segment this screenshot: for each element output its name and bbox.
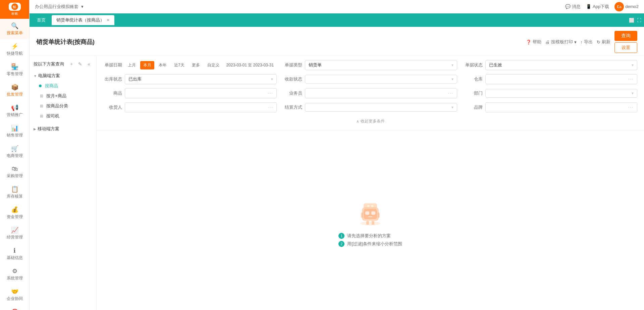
tab-minimize-icon[interactable]: ⬜ xyxy=(629,18,634,23)
staff-dots-icon[interactable]: ··· xyxy=(448,90,453,96)
tree-arrow-mobile: ▶ xyxy=(34,127,36,131)
collapse-filters-btn[interactable]: ∧ 收起更多条件 xyxy=(354,116,387,126)
sidebar-item-search[interactable]: 🔍 搜索菜单 xyxy=(0,19,29,39)
sidebar-item-purchase[interactable]: 🛍 采购管理 xyxy=(0,162,29,182)
tree-parent-mobile[interactable]: ▶ 移动端方案 xyxy=(30,124,96,134)
filter-goods-value[interactable]: ··· xyxy=(125,88,277,98)
sidebar-item-quicknav[interactable]: ⚡ 快捷导航 xyxy=(0,39,29,60)
filter-doc-status: 单据状态 已生效 ▾ xyxy=(464,60,637,70)
baseinfo-icon: ℹ xyxy=(13,247,16,254)
filter-doc-type-label: 单据类型 xyxy=(283,62,302,68)
user-area[interactable]: Ea demo2 xyxy=(614,2,639,11)
filter-warehouse-value[interactable]: ··· xyxy=(485,74,637,84)
svg-point-2 xyxy=(360,221,380,225)
hint-num-1: 1 xyxy=(338,233,344,239)
date-btn-custom[interactable]: 自定义 xyxy=(204,61,222,69)
left-panel-icons: ＋ ✎ « xyxy=(68,61,92,67)
svg-text:畅: 畅 xyxy=(13,5,16,9)
main-area: 办公用品行业模拟账套 ▾ 💬 消息 📱 App下载 Ea demo2 首页 xyxy=(30,0,644,310)
app-download-btn[interactable]: 📱 App下载 xyxy=(586,4,609,10)
date-btn-thisyear[interactable]: 本年 xyxy=(156,61,170,69)
tree-parent-pc[interactable]: ▼ 电脑端方案 xyxy=(30,71,96,81)
sidebar-item-wholesale[interactable]: 📦 批发管理 xyxy=(0,80,29,101)
svg-point-13 xyxy=(367,205,369,207)
sidebar-item-operation[interactable]: 📈 经营管理 xyxy=(0,223,29,244)
filter-out-status-label: 出库状态 xyxy=(103,76,122,82)
filter-staff-value[interactable]: ··· xyxy=(305,88,457,98)
tree-child-by-goods-cat[interactable]: ⊞ 按商品分类 xyxy=(30,101,96,111)
setting-button[interactable]: 设置 xyxy=(614,42,637,53)
tab-maximize-icon[interactable]: ⛶ xyxy=(637,18,641,23)
filter-brand-value[interactable]: ··· xyxy=(485,102,637,112)
title-actions: ❓ 帮助 🖨 按模板打印 ▾ ↑ 导出 ↻ 刷新 查询 xyxy=(526,31,638,53)
message-btn[interactable]: 💬 消息 xyxy=(565,4,581,10)
export-btn[interactable]: ↑ 导出 xyxy=(581,39,593,45)
filter-receiver-value[interactable]: ··· xyxy=(125,102,277,112)
hint-num-2: 2 xyxy=(338,241,344,247)
sidebar-item-retail[interactable]: 🏪 零售管理 xyxy=(0,60,29,80)
filter-collect-label: 收款状态 xyxy=(283,76,302,82)
filter-out-status-value[interactable]: 已出库 ▾ xyxy=(125,74,277,84)
refresh-btn[interactable]: ↻ 刷新 xyxy=(597,39,610,45)
tree-child-month-goods-label: 按月+商品 xyxy=(46,93,66,99)
filter-row-3: 商品 ··· 业务员 ··· xyxy=(103,88,637,98)
add-scheme-icon[interactable]: ＋ xyxy=(68,61,75,67)
brand-dots-icon[interactable]: ··· xyxy=(628,104,634,110)
sidebar-item-finance[interactable]: 💰 资金管理 xyxy=(0,203,29,223)
retail-icon: 🏪 xyxy=(11,63,18,70)
inventory-icon: 📋 xyxy=(11,186,18,193)
sidebar-item-marketing[interactable]: 📢 营销推广 xyxy=(0,101,29,121)
receiver-dots-icon[interactable]: ··· xyxy=(268,104,273,110)
sidebar-item-system[interactable]: ⚙ 系统管理 xyxy=(0,264,29,285)
filter-warehouse: 仓库 ··· xyxy=(464,74,637,84)
filter-settle-value[interactable]: ▾ xyxy=(305,103,457,112)
sidebar-item-sales-label: 销售管理 xyxy=(7,133,23,138)
sidebar-item-collab[interactable]: 🤝 企业协同 xyxy=(0,285,29,305)
tab-close-icon[interactable]: ✕ xyxy=(106,18,110,22)
goods-dots-icon[interactable]: ··· xyxy=(268,90,273,96)
sidebar-item-guide[interactable]: 🎯 新手引导 xyxy=(0,305,29,310)
warehouse-dots-icon[interactable]: ··· xyxy=(628,76,634,82)
sidebar-item-sales[interactable]: 📊 销售管理 xyxy=(0,121,29,142)
sidebar-item-system-label: 系统管理 xyxy=(7,275,23,281)
filter-dept-value[interactable]: ▾ xyxy=(485,89,637,98)
header-right: 💬 消息 📱 App下载 Ea demo2 xyxy=(565,2,639,11)
query-button[interactable]: 查询 xyxy=(614,31,637,41)
app-download-icon: 📱 xyxy=(586,4,591,9)
date-btn-more[interactable]: 更多 xyxy=(189,61,203,69)
sidebar-item-search-label: 搜索菜单 xyxy=(7,30,23,36)
logo-text: 标账 xyxy=(11,11,18,16)
sidebar-item-baseinfo[interactable]: ℹ 基础信息 xyxy=(0,244,29,264)
tree-parent-pc-label: 电脑端方案 xyxy=(38,73,60,79)
filter-doc-type-value[interactable]: 销货单 ▾ xyxy=(305,60,457,70)
tree-child-by-month-goods[interactable]: ⊞ 按月+商品 xyxy=(30,91,96,101)
filter-doc-type-text: 销货单 xyxy=(309,62,449,68)
help-btn[interactable]: ❓ 帮助 xyxy=(526,39,541,45)
tab-sales-stats-label: 销货单统计表（按商品） xyxy=(56,17,104,23)
svg-rect-12 xyxy=(364,203,377,209)
edit-scheme-icon[interactable]: ✎ xyxy=(77,61,84,67)
user-label: demo2 xyxy=(625,4,639,9)
tab-bar: 首页 销货单统计表（按商品） ✕ ⬜ ⛶ xyxy=(30,13,644,27)
filter-doc-status-value[interactable]: 已生效 ▾ xyxy=(485,60,637,70)
settle-caret-icon: ▾ xyxy=(451,105,453,110)
filter-collect-value[interactable]: ▾ xyxy=(305,75,457,84)
top-title-arrow: ▾ xyxy=(81,4,84,9)
date-btn-lastmonth[interactable]: 上月 xyxy=(125,61,139,69)
tree-child-by-goods[interactable]: 按商品 xyxy=(30,81,96,91)
sidebar-item-ecommerce[interactable]: 🛒 电商管理 xyxy=(0,142,29,162)
date-btn-thismonth[interactable]: 本月 xyxy=(140,61,154,69)
collapse-panel-icon[interactable]: « xyxy=(86,61,92,67)
filter-date-label: 单据日期 xyxy=(103,62,122,68)
tab-sales-stats[interactable]: 销货单统计表（按商品） ✕ xyxy=(52,15,114,25)
tree-child-by-driver[interactable]: ⊞ 按司机 xyxy=(30,111,96,121)
sidebar-item-purchase-label: 采购管理 xyxy=(7,173,23,179)
top-title-area[interactable]: 办公用品行业模拟账套 ▾ xyxy=(35,4,84,10)
sidebar-item-inventory[interactable]: 📋 库存核算 xyxy=(0,182,29,203)
template-print-btn[interactable]: 🖨 按模板打印 ▾ xyxy=(545,39,577,45)
sidebar-item-wholesale-label: 批发管理 xyxy=(7,92,23,97)
tab-home[interactable]: 首页 xyxy=(32,15,50,25)
doc-type-caret-icon: ▾ xyxy=(451,63,453,67)
date-btn-7days[interactable]: 近7天 xyxy=(171,61,187,69)
page-content: 销货单统计表(按商品) ❓ 帮助 🖨 按模板打印 ▾ ↑ 导出 ↻ 刷新 xyxy=(30,27,644,310)
